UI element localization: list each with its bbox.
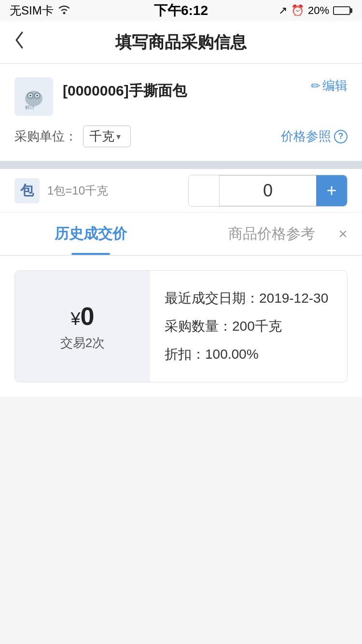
plus-icon: + (326, 181, 336, 201)
svg-text:鲜计: 鲜计 (25, 105, 35, 110)
trade-count: 交易2次 (60, 335, 105, 351)
status-right: ↗ ⏰ 20% (278, 4, 352, 17)
card-price: ¥0 (71, 302, 95, 331)
product-section: 鲜计 [0000006]手撕面包 ✏ 编辑 采购单位： 千克 ▾ 价格参照 ? (0, 64, 362, 161)
tab-history-price[interactable]: 历史成交价 (0, 212, 181, 255)
product-code: [0000006] (63, 83, 129, 98)
purchase-qty-label: 采购数量： (165, 319, 232, 334)
main-body (0, 397, 362, 644)
tab-price-ref-label: 商品价格参考 (228, 224, 315, 244)
quantity-section: 包 1包=10千克 0 + (0, 169, 362, 212)
quantity-unit-hint: 1包=10千克 (47, 183, 108, 198)
recent-date-row: 最近成交日期：2019-12-30 (165, 288, 333, 308)
svg-point-6 (29, 95, 31, 97)
section-divider (0, 161, 362, 169)
discount-label: 折扣： (165, 347, 205, 362)
product-left: 鲜计 [0000006]手撕面包 (14, 77, 187, 116)
unit-value: 千克 (89, 128, 114, 145)
history-card: ¥0 交易2次 最近成交日期：2019-12-30 采购数量：200千克 折扣：… (14, 270, 348, 382)
location-icon: ↗ (278, 4, 287, 17)
card-detail-section: 最近成交日期：2019-12-30 采购数量：200千克 折扣：100.00% (150, 271, 347, 382)
price-ref-button[interactable]: 价格参照 ? (281, 128, 348, 145)
wifi-icon (57, 4, 71, 17)
tabs-bar: 历史成交价 商品价格参考 × (0, 212, 362, 256)
history-content: ¥0 交易2次 最近成交日期：2019-12-30 采购数量：200千克 折扣：… (0, 256, 362, 397)
edit-label: 编辑 (322, 77, 348, 94)
status-time: 下午6:12 (154, 1, 208, 20)
status-left: 无SIM卡 (10, 3, 71, 18)
alarm-icon: ⏰ (291, 4, 304, 17)
nav-bar: 填写商品采购信息 (0, 21, 362, 64)
page-title: 填写商品采购信息 (115, 31, 247, 54)
discount-row: 折扣：100.00% (165, 344, 333, 364)
quantity-unit-box: 包 (14, 178, 40, 203)
product-thumbnail: 鲜计 (14, 77, 53, 116)
product-unit-row: 采购单位： 千克 ▾ 价格参照 ? (14, 126, 348, 147)
price-ref-label: 价格参照 (281, 128, 331, 145)
card-price-section: ¥0 交易2次 (15, 271, 150, 382)
quantity-plus-button[interactable]: + (316, 175, 347, 206)
recent-date-value: 2019-12-30 (259, 291, 328, 306)
carrier-text: 无SIM卡 (10, 3, 54, 18)
tab-close-button[interactable]: × (338, 225, 348, 243)
tab-history-label: 历史成交价 (55, 224, 127, 244)
discount-value: 100.00% (205, 347, 259, 362)
product-name: [0000006]手撕面包 (63, 77, 187, 101)
tab-product-price-ref[interactable]: 商品价格参考 (181, 212, 362, 255)
battery-icon (333, 6, 352, 15)
edit-icon: ✏ (311, 79, 320, 93)
quantity-input-group: 0 + (188, 175, 348, 207)
unit-label: 采购单位： (14, 128, 77, 145)
svg-point-0 (63, 12, 65, 14)
purchase-qty-value: 200千克 (232, 319, 282, 334)
price-symbol: ¥ (71, 309, 81, 329)
quantity-left-space (189, 175, 220, 206)
tab-active-indicator (71, 253, 110, 255)
status-bar: 无SIM卡 下午6:12 ↗ ⏰ 20% (0, 0, 362, 21)
back-button[interactable] (14, 30, 25, 54)
product-header: 鲜计 [0000006]手撕面包 ✏ 编辑 (14, 77, 348, 116)
edit-button[interactable]: ✏ 编辑 (311, 77, 348, 94)
product-title: 手撕面包 (129, 83, 187, 98)
price-value: 0 (81, 302, 95, 330)
unit-select[interactable]: 千克 ▾ (83, 126, 131, 147)
recent-date-label: 最近成交日期： (165, 291, 259, 306)
battery-percent: 20% (308, 4, 329, 17)
unit-left: 采购单位： 千克 ▾ (14, 126, 131, 147)
purchase-qty-row: 采购数量：200千克 (165, 316, 333, 336)
quantity-input[interactable]: 0 (220, 175, 316, 206)
svg-point-7 (36, 95, 38, 97)
unit-dropdown-arrow: ▾ (116, 131, 121, 142)
quantity-label-group: 包 1包=10千克 (14, 178, 108, 203)
info-icon: ? (334, 130, 348, 143)
product-name-group: [0000006]手撕面包 (63, 77, 187, 101)
